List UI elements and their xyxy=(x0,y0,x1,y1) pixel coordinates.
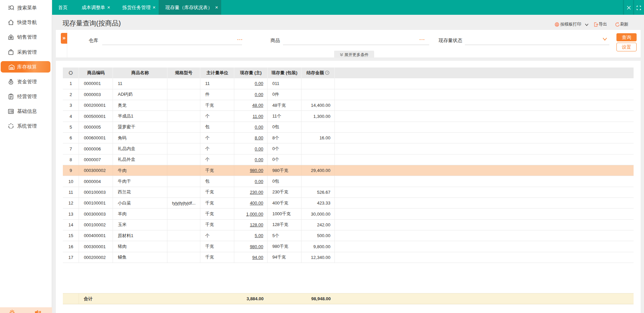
svg-text:?: ? xyxy=(327,72,328,75)
